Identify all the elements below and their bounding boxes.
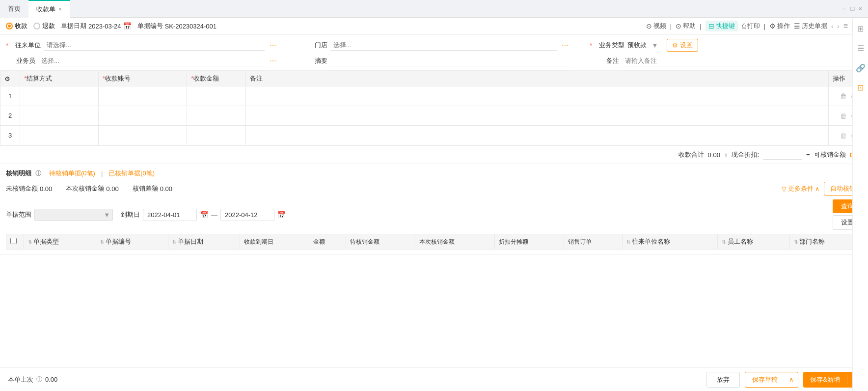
video-btn[interactable]: ⊙ 视频 (646, 22, 666, 30)
row-num-3: 3 (0, 126, 20, 145)
row1-settlement-input[interactable] (20, 86, 98, 106)
operation-btn[interactable]: ⚙ 操作 (769, 22, 790, 30)
receipt-radio[interactable]: 收款 (6, 22, 27, 30)
list-view-btn[interactable]: ≡ (843, 22, 848, 30)
row3-settlement-input[interactable] (20, 126, 98, 145)
history-btn[interactable]: ☰ 历史单据 (794, 22, 827, 30)
partner-more-btn[interactable]: ··· (268, 41, 278, 50)
save-draft-btn[interactable]: 保存草稿 ∧ (745, 372, 798, 388)
window-controls: － □ × (841, 4, 868, 13)
date-from-input[interactable] (143, 209, 197, 221)
form-section: * 往来单位 ··· 门店 ··· * 业务类型 预收款 ▼ ⚙ 设置 (0, 35, 868, 71)
row2-delete-icon[interactable]: 🗑 (840, 112, 847, 120)
row1-amount[interactable] (187, 86, 246, 106)
range-select[interactable] (34, 209, 113, 221)
save-new-btn[interactable]: 保存&新增 ∧ (803, 372, 860, 388)
row3-account-input[interactable] (99, 126, 187, 145)
row3-remark-input[interactable] (246, 126, 828, 145)
refund-radio[interactable]: 退款 (33, 22, 55, 30)
date-to-input[interactable] (220, 209, 274, 221)
shortcut-btn[interactable]: ⊟ 快捷键 (705, 21, 738, 31)
row1-account-input[interactable] (99, 86, 187, 106)
row1-remark-input[interactable] (246, 86, 828, 106)
row1-remark[interactable] (246, 86, 829, 106)
staff-input[interactable] (38, 56, 265, 66)
help-icon: ⊙ (676, 22, 681, 30)
next-btn[interactable]: › (837, 23, 839, 30)
completed-tab[interactable]: 已核销单据(0笔) (108, 169, 155, 178)
row1-settlement[interactable] (20, 86, 99, 106)
current-value: 0.00 (106, 185, 118, 193)
row1-delete-icon[interactable]: 🗑 (840, 92, 847, 100)
pending-tab[interactable]: 待核销单据(0笔) (49, 169, 95, 178)
info-icon-bottom[interactable]: ⓘ (36, 375, 42, 384)
biz-type-chevron[interactable]: ▼ (651, 42, 658, 49)
row3-remark[interactable] (246, 126, 829, 145)
main-content: 收款 退款 单据日期 2023-03-24 📅 单据编号 SK-20230324… (0, 18, 868, 391)
verify-info-icon[interactable]: ⓘ (35, 169, 41, 178)
minimize-btn[interactable]: － (841, 4, 847, 13)
partner-input[interactable] (44, 40, 265, 51)
sidebar-table-icon[interactable]: ⊞ (854, 22, 868, 35)
per-order-value: 0.00 (45, 376, 57, 383)
help-btn[interactable]: ⊙ 帮助 (676, 22, 696, 30)
prev-btn[interactable]: ‹ (831, 23, 833, 30)
filter-icon: ▽ (782, 185, 787, 193)
toolbar-right: ⊙ 视频 | ⊙ 帮助 | ⊟ 快捷键 ⎙ 打印 | ⚙ 操作 (646, 21, 862, 31)
row3-amount[interactable] (187, 126, 246, 145)
discount-input[interactable] (763, 150, 802, 160)
row2-account[interactable] (99, 106, 187, 126)
verify-tabs: 待核销单据(0笔) | 已核销单据(0笔) (49, 169, 155, 178)
row1-account[interactable] (99, 86, 187, 106)
remark-input[interactable] (622, 56, 862, 66)
net-label: 可核销金额 (814, 150, 846, 159)
save-draft-arrow-icon[interactable]: ∧ (785, 376, 798, 383)
per-order-label: 本单上次 (8, 375, 33, 384)
row2-account-input[interactable] (99, 106, 187, 125)
col-num: ⇅ 单据编号 (96, 234, 168, 250)
tab-receipt[interactable]: 收款单 × (28, 0, 70, 18)
staff-sort-icon: ⇅ (722, 239, 726, 245)
verify-stats-row: 未核销金额 0.00 本次核销金额 0.00 核销差额 0.00 ▽ 更多条件 … (6, 182, 862, 196)
doc-date-cal-icon[interactable]: 📅 (123, 22, 132, 30)
date-from-cal-icon[interactable]: 📅 (200, 211, 208, 219)
row3-account[interactable] (99, 126, 187, 145)
more-conditions-btn[interactable]: ▽ 更多条件 ∧ (782, 184, 820, 193)
date-to-cal-icon[interactable]: 📅 (277, 211, 286, 219)
tab-home[interactable]: 首页 (0, 0, 28, 18)
col-partner: ⇅ 往来单位名称 (622, 234, 717, 250)
row3-settlement[interactable] (20, 126, 99, 145)
close-btn[interactable]: × (858, 5, 862, 12)
row3-amount-input[interactable] (187, 126, 245, 145)
summary-input[interactable] (330, 56, 570, 66)
store-input[interactable] (330, 40, 557, 51)
row2-amount[interactable] (187, 106, 246, 126)
video-icon: ⊙ (646, 22, 652, 30)
print-btn[interactable]: ⎙ 打印 (742, 22, 760, 30)
row2-settlement[interactable] (20, 106, 99, 126)
row2-remark-input[interactable] (246, 106, 828, 125)
row2-amount-input[interactable] (187, 106, 245, 125)
sidebar-list-icon[interactable]: ☰ (854, 41, 868, 55)
col-amount: 金额 (309, 234, 346, 250)
biz-type-settings-btn[interactable]: ⚙ 设置 (667, 39, 698, 52)
discard-btn[interactable]: 放弃 (706, 372, 740, 388)
row1-amount-input[interactable] (187, 86, 245, 106)
sidebar-expand-icon[interactable]: ⊡ (854, 81, 868, 94)
row2-remark[interactable] (246, 106, 829, 126)
history-icon: ☰ (794, 22, 800, 30)
store-field: 门店 ··· (298, 40, 570, 51)
select-all-checkbox[interactable] (10, 238, 17, 244)
restore-btn[interactable]: □ (851, 5, 855, 12)
col-due: 收款到期日 (240, 234, 309, 250)
plus-sign: + (724, 151, 728, 159)
verify-header: 核销明细 ⓘ 待核销单据(0笔) | 已核销单据(0笔) (6, 169, 862, 178)
store-more-btn[interactable]: ··· (560, 41, 570, 50)
table-gear-col[interactable]: ⚙ (0, 71, 20, 86)
row2-settlement-input[interactable] (20, 106, 98, 125)
store-label: 门店 (298, 41, 327, 50)
staff-more-btn[interactable]: ··· (268, 56, 278, 65)
sidebar-link-icon[interactable]: 🔗 (854, 61, 868, 75)
row3-delete-icon[interactable]: 🗑 (840, 132, 847, 140)
tab-close-icon[interactable]: × (58, 0, 62, 18)
